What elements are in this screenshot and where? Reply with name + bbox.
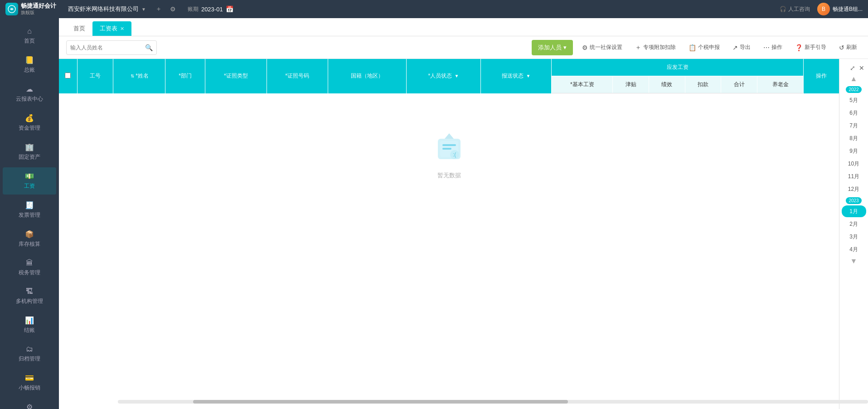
scrollbar-track[interactable]	[118, 400, 839, 404]
toolbar-action-5[interactable]: ❓ 新手引导	[791, 42, 830, 53]
toolbar-action-6[interactable]: ↺ 刷新	[835, 42, 861, 53]
close-panel-icon[interactable]: ✕	[859, 64, 864, 72]
sidebar-item-归档管理[interactable]: 🗂 归档管理	[3, 341, 56, 367]
sidebar-item-首页[interactable]: ⌂ 首页	[3, 23, 56, 49]
empty-icon: :(	[431, 130, 467, 166]
tab-首页[interactable]: 首页	[66, 21, 92, 36]
date-month-2022-9月[interactable]: 9月	[842, 145, 866, 157]
table-body: :( 暂无数据	[59, 93, 839, 216]
col-id-no: *证照号码	[267, 59, 328, 93]
app-logo: 畅捷通好会计 旗舰版	[5, 2, 64, 16]
svg-marker-7	[445, 133, 454, 139]
sidebar-item-多机构管理[interactable]: 🏗 多机构管理	[3, 283, 56, 310]
date-month-2022-12月[interactable]: 12月	[842, 183, 866, 195]
toolbar-action-label-3: 导出	[740, 44, 751, 51]
col-basic-wage: *基本工资	[552, 76, 613, 93]
date-month-2022-8月[interactable]: 8月	[842, 132, 866, 144]
sidebar-icon-归档管理: 🗂	[26, 345, 33, 353]
sidebar-item-基础设置[interactable]: ⚙ 基础设置	[3, 398, 56, 409]
date-month-2023-3月[interactable]: 3月	[842, 231, 866, 243]
sidebar-item-税务管理[interactable]: 🏛 税务管理	[3, 254, 56, 281]
toolbar-action-1[interactable]: ＋ 专项附加扣除	[631, 42, 679, 54]
date-month-2022-10月[interactable]: 10月	[842, 158, 866, 170]
year-badge-2022: 2022	[846, 86, 861, 93]
toolbar-action-icon-4: ⋯	[763, 44, 770, 51]
tab-label: 首页	[73, 24, 85, 33]
settings-icon[interactable]: ⚙	[168, 4, 179, 15]
svg-rect-4	[442, 148, 451, 150]
sort-icon: ⇅	[131, 73, 134, 78]
date-month-2022-5月[interactable]: 5月	[842, 94, 866, 106]
sidebar-label-税务管理: 税务管理	[19, 269, 40, 277]
empty-state-row: :( 暂无数据	[59, 93, 839, 216]
maximize-panel-icon[interactable]: ⤢	[850, 64, 855, 72]
sidebar-item-云报表中心[interactable]: ☁ 云报表中心	[3, 80, 56, 107]
col-status: *人员状态 ▼	[406, 59, 481, 93]
sidebar-item-小畅报销[interactable]: 💳 小畅报销	[3, 369, 56, 396]
data-table: 工号 ⇅ *姓名 *部门 *证照类型 *证照号码 国籍（地区） *人员状态 ▼ …	[59, 59, 839, 216]
toolbar: 🔍 添加人员 ▾ ⚙ 统一社保设置＋ 专项附加扣除📋 个税申报↗ 导出⋯ 操作❓	[59, 36, 868, 59]
support-button[interactable]: 🎧 人工咨询	[780, 5, 810, 13]
calendar-icon[interactable]: 📅	[226, 5, 233, 13]
headset-icon: 🎧	[780, 6, 786, 12]
toolbar-action-3[interactable]: ↗ 导出	[729, 42, 754, 53]
add-person-label: 添加人员	[538, 44, 562, 52]
sidebar-item-固定资产[interactable]: 🏢 固定资产	[3, 138, 56, 166]
sidebar-item-发票管理[interactable]: 🧾 发票管理	[3, 196, 56, 224]
col-performance: 绩效	[649, 76, 685, 93]
sidebar-icon-资金管理: 💰	[25, 114, 34, 122]
tab-bar: 首页工资表✕	[59, 18, 868, 36]
toolbar-action-0[interactable]: ⚙ 统一社保设置	[578, 42, 626, 53]
date-month-2022-11月[interactable]: 11月	[842, 170, 866, 182]
date-panel-content: ▲20225月6月7月8月9月10月11月12月20231月2月3月4月▼	[839, 73, 868, 267]
sidebar-item-资金管理[interactable]: 💰 资金管理	[3, 109, 56, 136]
toolbar-action-4[interactable]: ⋯ 操作	[760, 42, 786, 53]
sidebar-icon-发票管理: 🧾	[25, 201, 34, 209]
sidebar-label-总账: 总账	[24, 66, 35, 74]
search-input[interactable]	[70, 44, 145, 51]
sidebar-label-首页: 首页	[24, 37, 35, 45]
table-header-row-1: 工号 ⇅ *姓名 *部门 *证照类型 *证照号码 国籍（地区） *人员状态 ▼ …	[59, 59, 839, 76]
scrollbar-thumb[interactable]	[193, 400, 568, 404]
sidebar-label-库存核算: 库存核算	[19, 240, 40, 248]
sidebar-item-库存核算[interactable]: 📦 库存核算	[3, 225, 56, 253]
year-badge-2023: 2023	[846, 197, 861, 204]
sidebar-item-结账[interactable]: 📊 结账	[3, 312, 56, 339]
add-company-icon[interactable]: ＋	[153, 4, 164, 15]
toolbar-action-label-5: 新手引导	[805, 44, 826, 51]
company-selector[interactable]: 西安虾米网络科技有限公司 ▼	[64, 3, 150, 15]
date-month-2023-1月[interactable]: 1月	[842, 205, 866, 217]
period-label: 账期	[188, 5, 199, 13]
col-op: 操作	[803, 59, 839, 93]
date-month-2022-7月[interactable]: 7月	[842, 120, 866, 131]
toolbar-action-label-4: 操作	[771, 44, 782, 51]
sidebar-item-工资[interactable]: 💵 工资	[3, 167, 56, 195]
chevron-down-icon: ▼	[141, 7, 146, 12]
period-info: 账期 2023-01 📅	[188, 5, 233, 13]
tab-工资表[interactable]: 工资表✕	[92, 21, 131, 36]
sidebar-label-发票管理: 发票管理	[19, 211, 40, 219]
col-allowance: 津贴	[613, 76, 649, 93]
add-person-button[interactable]: 添加人员 ▾	[532, 40, 573, 55]
empty-text: 暂无数据	[437, 171, 461, 180]
sidebar-icon-多机构管理: 🏗	[26, 287, 33, 296]
date-month-2023-2月[interactable]: 2月	[842, 218, 866, 230]
date-panel-down-arrow[interactable]: ▼	[849, 256, 859, 267]
select-all-checkbox[interactable]	[65, 73, 71, 78]
toolbar-action-2[interactable]: 📋 个税申报	[685, 42, 723, 53]
date-month-2023-4月[interactable]: 4月	[842, 243, 866, 255]
sidebar-label-云报表中心: 云报表中心	[16, 95, 43, 103]
date-month-2022-6月[interactable]: 6月	[842, 107, 866, 119]
sidebar-icon-基础设置: ⚙	[26, 403, 33, 409]
toolbar-action-icon-6: ↺	[839, 44, 844, 51]
sidebar-icon-税务管理: 🏛	[26, 259, 33, 267]
col-name: ⇅ *姓名	[113, 59, 165, 93]
date-panel-up-arrow[interactable]: ▲	[849, 73, 859, 84]
user-info[interactable]: B 畅捷通B组...	[817, 3, 863, 15]
sidebar-item-总账[interactable]: 📒 总账	[3, 51, 56, 78]
sidebar-label-归档管理: 归档管理	[19, 355, 40, 363]
svg-rect-3	[442, 144, 456, 146]
main-layout: ⌂ 首页📒 总账☁ 云报表中心💰 资金管理🏢 固定资产💵 工资🧾 发票管理📦	[0, 18, 868, 409]
sidebar-icon-固定资产: 🏢	[25, 143, 34, 151]
tab-close-icon[interactable]: ✕	[120, 26, 124, 32]
